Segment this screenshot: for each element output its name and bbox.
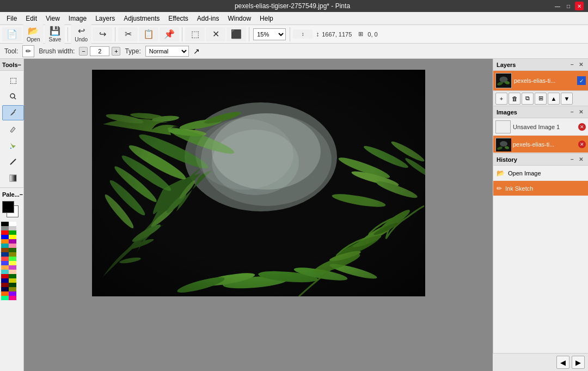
palette-color-3[interactable] bbox=[9, 226, 16, 230]
menu-item-window[interactable]: Window bbox=[223, 14, 255, 23]
tools-collapse-btn[interactable]: − bbox=[18, 62, 21, 68]
palette-color-24[interactable] bbox=[1, 274, 9, 278]
menu-item-image[interactable]: Image bbox=[64, 14, 91, 23]
rectangle-select-tool[interactable]: ⬚ bbox=[2, 72, 24, 88]
palette-color-30[interactable] bbox=[1, 287, 9, 291]
merge-layer-btn[interactable]: ⊞ bbox=[535, 93, 547, 105]
minimize-button[interactable]: — bbox=[553, 2, 562, 10]
layer-item[interactable]: pexels-elias-ti... ✓ bbox=[493, 71, 588, 90]
palette-color-7[interactable] bbox=[9, 235, 16, 239]
layer-down-btn[interactable]: ▼ bbox=[561, 93, 573, 105]
save-button[interactable]: 💾 Save bbox=[45, 24, 65, 44]
fill-tool[interactable] bbox=[2, 138, 24, 153]
brush-width-minus[interactable]: − bbox=[79, 47, 88, 56]
palette-color-8[interactable] bbox=[1, 239, 9, 244]
redo-button[interactable]: ↪ bbox=[93, 27, 112, 41]
cut-button[interactable]: ✂ bbox=[118, 27, 138, 41]
delete-layer-btn[interactable]: 🗑 bbox=[509, 93, 520, 105]
palette-color-33[interactable] bbox=[9, 291, 16, 296]
menu-item-help[interactable]: Help bbox=[255, 14, 278, 23]
palette-color-27[interactable] bbox=[9, 278, 16, 283]
palette-color-6[interactable] bbox=[1, 235, 9, 239]
history-minimize-btn[interactable]: − bbox=[568, 156, 576, 163]
palette-color-29[interactable] bbox=[9, 283, 16, 287]
history-item-ink-sketch[interactable]: ✏ Ink Sketch bbox=[493, 181, 588, 196]
foreground-color-swatch[interactable] bbox=[2, 201, 14, 213]
menu-item-effects[interactable]: Effects bbox=[164, 14, 192, 23]
undo-button[interactable]: ↩ Undo bbox=[71, 24, 91, 44]
maximize-button[interactable]: □ bbox=[564, 2, 573, 10]
menu-item-add-ins[interactable]: Add-ins bbox=[193, 14, 224, 23]
layers-close-btn[interactable]: ✕ bbox=[577, 61, 585, 69]
brush-width-input[interactable] bbox=[90, 46, 109, 56]
line-tool[interactable] bbox=[2, 154, 24, 169]
palette-color-25[interactable] bbox=[9, 274, 16, 278]
image-item-pexels[interactable]: pexels-elias-ti... ✕ bbox=[493, 136, 588, 153]
paintbrush-tool[interactable] bbox=[2, 105, 24, 120]
brush-width-plus[interactable]: + bbox=[112, 47, 120, 56]
palette-color-28[interactable] bbox=[1, 283, 9, 287]
palette-color-15[interactable] bbox=[9, 252, 16, 257]
copy-button[interactable]: 📋 bbox=[139, 27, 158, 41]
open-button[interactable]: 📂 Open bbox=[23, 24, 44, 44]
palette-color-32[interactable] bbox=[1, 291, 9, 296]
menu-item-layers[interactable]: Layers bbox=[91, 14, 119, 23]
palette-color-0[interactable] bbox=[1, 222, 9, 226]
duplicate-layer-btn[interactable]: ⧉ bbox=[522, 93, 534, 105]
canvas-image[interactable] bbox=[92, 70, 425, 296]
history-item-open-image[interactable]: 📂 Open Image bbox=[493, 166, 588, 181]
palette-color-20[interactable] bbox=[1, 265, 9, 270]
images-minimize-btn[interactable]: − bbox=[568, 108, 576, 116]
palette-color-1[interactable] bbox=[9, 222, 16, 226]
zoom-select[interactable]: 5%10%15%20%25%50%75%100%200% bbox=[253, 28, 286, 40]
image-item-unsaved[interactable]: Unsaved Image 1 ✕ bbox=[493, 118, 588, 136]
palette-color-18[interactable] bbox=[1, 261, 9, 265]
palette-color-34[interactable] bbox=[1, 296, 9, 300]
palette-color-14[interactable] bbox=[1, 252, 9, 257]
palette-color-16[interactable] bbox=[1, 257, 9, 261]
add-layer-btn[interactable]: + bbox=[495, 93, 507, 105]
images-close-btn[interactable]: ✕ bbox=[577, 108, 585, 116]
palette-color-17[interactable] bbox=[9, 257, 16, 261]
history-close-btn[interactable]: ✕ bbox=[577, 156, 585, 163]
palette-color-19[interactable] bbox=[9, 261, 16, 265]
menu-item-adjustments[interactable]: Adjustments bbox=[119, 14, 164, 23]
history-undo-btn[interactable]: ◀ bbox=[556, 356, 569, 369]
palette-color-2[interactable] bbox=[1, 226, 9, 230]
palette-color-31[interactable] bbox=[9, 287, 16, 291]
close-button[interactable]: ✕ bbox=[575, 2, 584, 10]
palette-color-10[interactable] bbox=[1, 244, 9, 248]
palette-color-5[interactable] bbox=[9, 230, 16, 235]
image-close-pexels[interactable]: ✕ bbox=[578, 141, 586, 148]
deselect-button[interactable]: ✕ bbox=[206, 27, 225, 41]
layer-up-btn[interactable]: ▲ bbox=[548, 93, 560, 105]
pencil-tool[interactable] bbox=[2, 121, 24, 137]
menu-item-edit[interactable]: Edit bbox=[21, 14, 41, 23]
palette-color-21[interactable] bbox=[9, 265, 16, 270]
new-button[interactable]: 📄 bbox=[2, 27, 22, 41]
type-select[interactable]: NormalMultiplyScreenOverlay bbox=[145, 46, 189, 57]
resize-icon-btn[interactable]: ↕ bbox=[293, 29, 313, 39]
curve-btn[interactable]: ↗ bbox=[193, 47, 200, 56]
gradient-tool[interactable] bbox=[2, 171, 24, 186]
palette-color-4[interactable] bbox=[1, 230, 9, 235]
crop-button[interactable]: ⬛ bbox=[226, 27, 246, 41]
palette-color-13[interactable] bbox=[9, 248, 16, 252]
palette-color-22[interactable] bbox=[1, 270, 9, 274]
select-all-button[interactable]: ⬚ bbox=[185, 27, 205, 41]
history-redo-btn[interactable]: ▶ bbox=[572, 356, 585, 369]
canvas-area[interactable] bbox=[24, 59, 493, 371]
palette-color-35[interactable] bbox=[9, 296, 16, 300]
menu-item-file[interactable]: File bbox=[2, 14, 21, 23]
palette-color-12[interactable] bbox=[1, 248, 9, 252]
palette-color-9[interactable] bbox=[9, 239, 16, 244]
menu-item-view[interactable]: View bbox=[41, 14, 64, 23]
zoom-tool[interactable] bbox=[2, 89, 24, 104]
palette-color-11[interactable] bbox=[9, 244, 16, 248]
layer-visible-toggle[interactable]: ✓ bbox=[577, 76, 586, 85]
layers-minimize-btn[interactable]: − bbox=[568, 61, 576, 69]
palette-color-26[interactable] bbox=[1, 278, 9, 283]
palette-collapse-btn[interactable]: − bbox=[20, 191, 23, 198]
image-close-unsaved[interactable]: ✕ bbox=[578, 123, 586, 131]
paste-button[interactable]: 📌 bbox=[160, 27, 179, 41]
